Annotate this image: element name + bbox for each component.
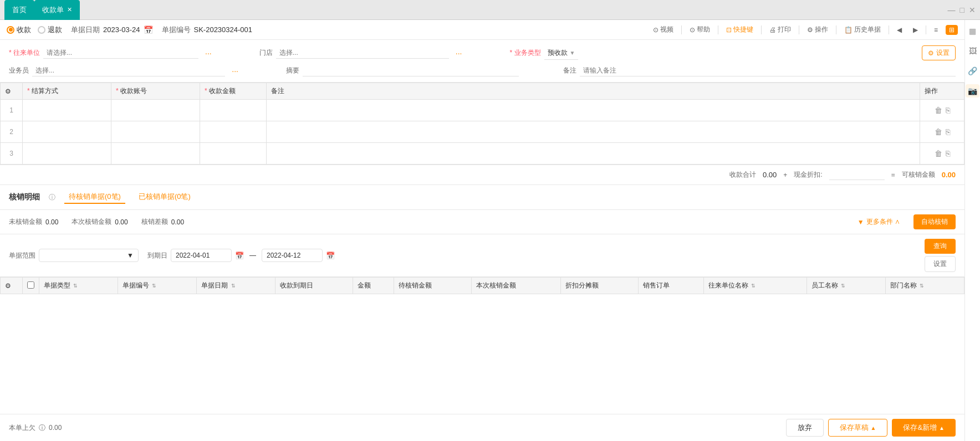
row-2-account[interactable] xyxy=(111,121,200,143)
tab-close-icon[interactable]: ✕ xyxy=(67,6,72,13)
verify-tab-pending[interactable]: 待核销单据(0笔) xyxy=(64,191,125,204)
row-2-copy-icon[interactable]: ⎘ xyxy=(946,127,950,136)
row-1-amount[interactable] xyxy=(200,100,267,121)
close-button[interactable]: ✕ xyxy=(969,6,976,14)
save-draft-button[interactable]: 保存草稿 ▲ xyxy=(828,419,888,437)
row-3-amount[interactable] xyxy=(200,143,267,165)
query-button[interactable]: 查询 xyxy=(925,239,956,254)
verify-tab-done[interactable]: 已核销单据(0笔) xyxy=(134,191,195,204)
summary-input[interactable] xyxy=(303,65,519,76)
range-select[interactable]: ▼ xyxy=(39,249,139,262)
minimize-button[interactable]: — xyxy=(948,6,956,14)
sort-counterparty-icon[interactable]: ⇅ xyxy=(751,283,756,289)
sidebar-table-icon[interactable]: ▦ xyxy=(967,24,978,38)
tab-home[interactable]: 首页 xyxy=(4,0,34,20)
save-new-button[interactable]: 保存&新增 ▲ xyxy=(892,419,956,437)
auto-verify-button[interactable]: 自动核销 xyxy=(913,214,956,229)
gear-icon[interactable]: ⚙ xyxy=(5,282,11,290)
row-1-remark[interactable] xyxy=(267,100,920,121)
footer-info-icon[interactable]: ⓘ xyxy=(39,423,45,433)
salesperson-more-icon[interactable]: ··· xyxy=(228,66,242,75)
select-all-checkbox[interactable] xyxy=(27,281,34,289)
view-list-button[interactable]: ≡ xyxy=(931,24,941,35)
sidebar-image-icon[interactable]: 🖼 xyxy=(967,44,979,58)
store-input[interactable] xyxy=(276,47,449,59)
radio-receipt[interactable]: 收款 xyxy=(7,25,31,35)
print-label: 打印 xyxy=(778,25,791,34)
row-3-account-input[interactable] xyxy=(111,143,200,164)
stat-current-value: 0.00 xyxy=(115,218,127,226)
row-2-remark-input[interactable] xyxy=(267,121,920,142)
nav-next-button[interactable]: ▶ xyxy=(910,24,921,35)
remark-input[interactable] xyxy=(580,65,956,76)
sort-number-icon[interactable]: ⇅ xyxy=(152,283,156,289)
row-1-amount-input[interactable] xyxy=(200,100,266,121)
shortcut-label: 快捷键 xyxy=(733,25,753,34)
store-more-icon[interactable]: ··· xyxy=(452,49,466,58)
row-2-amount-input[interactable] xyxy=(200,121,266,142)
counterparty-more-icon[interactable]: ··· xyxy=(202,49,215,58)
settings-button[interactable]: ⚙ 设置 xyxy=(922,45,956,60)
salesperson-input[interactable] xyxy=(32,65,225,76)
row-3-account[interactable] xyxy=(111,143,200,165)
sort-employee-icon[interactable]: ⇅ xyxy=(841,283,845,289)
row-3-amount-input[interactable] xyxy=(200,143,266,164)
verify-title: 核销明细 xyxy=(9,192,40,202)
counterparty-input[interactable] xyxy=(43,47,198,59)
date-from-icon[interactable]: 📅 xyxy=(235,252,244,260)
row-3-settlement[interactable] xyxy=(23,143,111,165)
row-1-account[interactable] xyxy=(111,100,200,121)
tab-receipt[interactable]: 收款单 ✕ xyxy=(34,0,80,20)
sort-type-icon[interactable]: ⇅ xyxy=(73,283,78,289)
row-3-copy-icon[interactable]: ⎘ xyxy=(946,149,950,158)
sort-date-icon[interactable]: ⇅ xyxy=(231,283,236,289)
nav-prev-button[interactable]: ◀ xyxy=(894,24,905,35)
print-button[interactable]: 🖨 打印 xyxy=(766,23,794,36)
maximize-button[interactable]: □ xyxy=(960,6,964,14)
filter-settings-button[interactable]: 设置 xyxy=(925,256,956,272)
sidebar-link-icon[interactable]: 🔗 xyxy=(966,64,979,78)
operation-button[interactable]: ⚙ 操作 xyxy=(804,23,831,36)
business-type-value: 预收款 xyxy=(548,48,568,58)
row-3-settlement-input[interactable] xyxy=(23,143,111,164)
row-3-remark-input[interactable] xyxy=(267,143,920,164)
shortcut-button[interactable]: ⊡ 快捷键 xyxy=(723,23,757,36)
tab-home-label: 首页 xyxy=(12,5,27,15)
sidebar-camera-icon[interactable]: 📷 xyxy=(966,84,979,98)
row-3-delete-icon[interactable]: 🗑 xyxy=(935,149,942,158)
radio-refund[interactable]: 退款 xyxy=(38,25,62,35)
row-1-delete-icon[interactable]: 🗑 xyxy=(935,106,942,115)
view-grid-button[interactable]: ⊞ xyxy=(946,25,958,35)
row-1-settlement[interactable] xyxy=(23,100,111,121)
verify-info-icon[interactable]: ⓘ xyxy=(49,193,55,202)
row-1-account-input[interactable] xyxy=(111,100,200,121)
video-button[interactable]: ⊙ 视频 xyxy=(650,23,677,36)
help-button[interactable]: ⊙ 帮助 xyxy=(686,23,713,36)
save-draft-label: 保存草稿 xyxy=(840,423,869,433)
table-settings-header[interactable]: ⚙ xyxy=(1,83,23,100)
row-2-settlement-input[interactable] xyxy=(23,121,111,142)
date-from-input[interactable] xyxy=(171,249,232,262)
row-2-delete-icon[interactable]: 🗑 xyxy=(935,127,942,136)
table-row: 3 🗑 ⎘ xyxy=(1,143,964,165)
date-to-icon[interactable]: 📅 xyxy=(326,252,335,260)
sort-department-icon[interactable]: ⇅ xyxy=(920,283,924,289)
row-3-remark[interactable] xyxy=(267,143,920,165)
date-to-input[interactable] xyxy=(262,249,323,262)
history-button[interactable]: 📋 历史单据 xyxy=(841,23,884,36)
row-2-remark[interactable] xyxy=(267,121,920,143)
date-icon[interactable]: 📅 xyxy=(144,25,153,34)
business-type-select[interactable]: 预收款 ▼ xyxy=(544,47,579,60)
row-2-amount[interactable] xyxy=(200,121,267,143)
col-checkbox-header: ⚙ xyxy=(1,278,23,294)
discount-input[interactable] xyxy=(829,170,885,180)
row-2-settlement[interactable] xyxy=(23,121,111,143)
discard-button[interactable]: 放弃 xyxy=(786,419,824,437)
row-2-account-input[interactable] xyxy=(111,121,200,142)
receipt-table: ⚙ * 结算方式 * 收款账号 * 收款金额 xyxy=(0,83,964,165)
row-1-remark-input[interactable] xyxy=(267,100,920,121)
more-conditions-button[interactable]: ▼ 更多条件 ∧ xyxy=(858,217,900,227)
row-1-copy-icon[interactable]: ⎘ xyxy=(946,106,950,115)
row-1-settlement-input[interactable] xyxy=(23,100,111,121)
save-draft-arrow-icon: ▲ xyxy=(871,425,876,431)
